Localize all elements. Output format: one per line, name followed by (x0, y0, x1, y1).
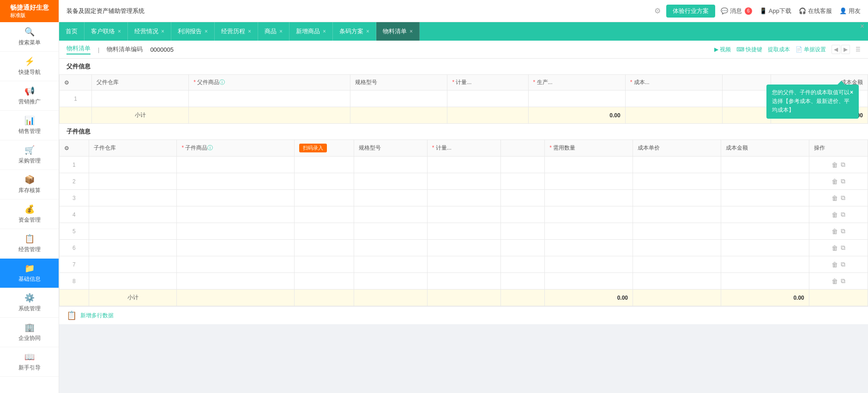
tab-customers[interactable]: 客户联络 × (84, 22, 128, 41)
delete-icon[interactable]: 🗑 (832, 161, 838, 169)
child-row-product[interactable] (177, 206, 294, 223)
parent-row-production[interactable] (528, 91, 625, 107)
trial-btn[interactable]: 体验行业方案 (666, 5, 715, 18)
child-row-qty-unit[interactable] (427, 240, 500, 256)
copy-icon[interactable]: ⧉ (841, 177, 845, 185)
child-row-product[interactable] (177, 256, 294, 273)
delete-icon[interactable]: 🗑 (832, 278, 838, 285)
child-row-spec[interactable] (354, 157, 427, 173)
child-row-warehouse[interactable] (89, 190, 177, 206)
parent-col-settings[interactable]: ⚙ (60, 75, 92, 91)
copy-icon[interactable]: ⧉ (841, 194, 845, 202)
tab-new-products-close[interactable]: × (323, 28, 326, 35)
copy-icon[interactable]: ⧉ (841, 211, 845, 218)
sidebar-item-guide[interactable]: 📖 新手引导 (0, 347, 59, 377)
child-row-spec[interactable] (354, 223, 427, 240)
settings-link[interactable]: 📄 单据设置 (796, 46, 826, 54)
child-row-product[interactable] (177, 223, 294, 240)
add-rows-label[interactable]: 新增多行数据 (80, 312, 114, 320)
child-row-unit-cost[interactable] (633, 273, 721, 290)
tab-history-close[interactable]: × (248, 28, 251, 35)
child-row-spec[interactable] (354, 206, 427, 223)
delete-icon[interactable]: 🗑 (832, 211, 838, 218)
child-row-unit-cost[interactable] (633, 206, 721, 223)
sidebar-item-finance[interactable]: 💰 资金管理 (0, 200, 59, 229)
child-row-needed-qty[interactable] (545, 173, 633, 190)
child-row-needed-qty[interactable] (545, 157, 633, 173)
child-row-qty-unit[interactable] (427, 190, 500, 206)
child-row-qty-unit[interactable] (427, 157, 500, 173)
child-row-product[interactable] (177, 157, 294, 173)
prev-arrow[interactable]: ◀ (832, 45, 840, 54)
sidebar-item-basic-info[interactable]: 📁 基础信息 (0, 259, 59, 288)
child-row-unit-cost[interactable] (633, 157, 721, 173)
delete-icon[interactable]: 🗑 (832, 178, 838, 185)
sidebar-item-inventory[interactable]: 📦 库存核算 (0, 170, 59, 200)
parent-row-spec[interactable] (350, 91, 447, 107)
sidebar-item-quick-nav[interactable]: ⚡ 快捷导航 (0, 52, 59, 81)
settings-icon[interactable]: ⚙ (654, 6, 661, 15)
child-row-spec[interactable] (354, 240, 427, 256)
tab-new-products[interactable]: 新增商品 × (289, 22, 333, 41)
child-row-warehouse[interactable] (89, 273, 177, 290)
tab-customers-close[interactable]: × (118, 28, 121, 35)
tab-bom-close[interactable]: × (410, 28, 413, 35)
child-row-unit-cost[interactable] (633, 223, 721, 240)
tab-products-close[interactable]: × (279, 28, 283, 35)
sidebar-item-operations[interactable]: 📋 经营管理 (0, 229, 59, 259)
parent-row-warehouse[interactable] (92, 91, 189, 107)
child-row-unit-cost[interactable] (633, 173, 721, 190)
tab-profit-close[interactable]: × (205, 28, 208, 35)
sidebar-item-search[interactable]: 🔍 搜索菜单 (0, 22, 59, 52)
message-action[interactable]: 💬 消息 6 (721, 7, 752, 15)
child-row-warehouse[interactable] (89, 173, 177, 190)
child-row-product[interactable] (177, 173, 294, 190)
child-row-warehouse[interactable] (89, 240, 177, 256)
close-all-tabs[interactable]: × (856, 22, 868, 41)
breadcrumb-bom-list[interactable]: 物料清单 (66, 44, 90, 54)
child-row-needed-qty[interactable] (545, 240, 633, 256)
child-row-product[interactable] (177, 273, 294, 290)
child-row-product[interactable] (177, 240, 294, 256)
sidebar-item-sales[interactable]: 📊 销售管理 (0, 111, 59, 140)
copy-icon[interactable]: ⧉ (841, 244, 845, 252)
cost-link[interactable]: 提取成本 (768, 46, 790, 54)
tab-barcode[interactable]: 条码方案 × (333, 22, 376, 41)
child-row-needed-qty[interactable] (545, 223, 633, 240)
child-row-needed-qty[interactable] (545, 256, 633, 273)
child-row-needed-qty[interactable] (545, 206, 633, 223)
child-row-qty-unit[interactable] (427, 273, 500, 290)
tab-bom[interactable]: 物料清单 × (376, 22, 420, 41)
child-row-needed-qty[interactable] (545, 273, 633, 290)
menu-icon[interactable]: ☰ (856, 46, 861, 53)
user-action[interactable]: 👤 用友 (839, 7, 861, 15)
sidebar-item-system[interactable]: ⚙️ 系统管理 (0, 288, 59, 318)
delete-icon[interactable]: 🗑 (832, 228, 838, 235)
child-row-qty-unit[interactable] (427, 256, 500, 273)
delete-icon[interactable]: 🗑 (832, 194, 838, 202)
copy-icon[interactable]: ⧉ (841, 260, 845, 268)
child-row-qty-unit[interactable] (427, 173, 500, 190)
tab-products[interactable]: 商品 × (258, 22, 289, 41)
next-arrow[interactable]: ▶ (841, 45, 850, 54)
view-link[interactable]: ▶ 视频 (714, 46, 731, 54)
copy-icon[interactable]: ⧉ (841, 161, 845, 169)
child-row-needed-qty[interactable] (545, 190, 633, 206)
child-row-warehouse[interactable] (89, 206, 177, 223)
tab-history[interactable]: 经营历程 × (215, 22, 258, 41)
child-row-spec[interactable] (354, 173, 427, 190)
delete-icon[interactable]: 🗑 (832, 244, 838, 252)
child-row-spec[interactable] (354, 273, 427, 290)
child-row-spec[interactable] (354, 190, 427, 206)
child-row-qty-unit[interactable] (427, 206, 500, 223)
child-row-warehouse[interactable] (89, 157, 177, 173)
delete-icon[interactable]: 🗑 (832, 261, 838, 268)
parent-row-qty[interactable] (447, 91, 528, 107)
child-row-spec[interactable] (354, 256, 427, 273)
tab-operations[interactable]: 经营情况 × (128, 22, 171, 41)
online-service-action[interactable]: 🎧 在线客服 (799, 7, 832, 15)
child-col-settings[interactable]: ⚙ (60, 140, 89, 157)
shortcut-link[interactable]: ⌨ 快捷键 (736, 46, 762, 54)
child-row-unit-cost[interactable] (633, 240, 721, 256)
tab-profit[interactable]: 利润报告 × (171, 22, 215, 41)
